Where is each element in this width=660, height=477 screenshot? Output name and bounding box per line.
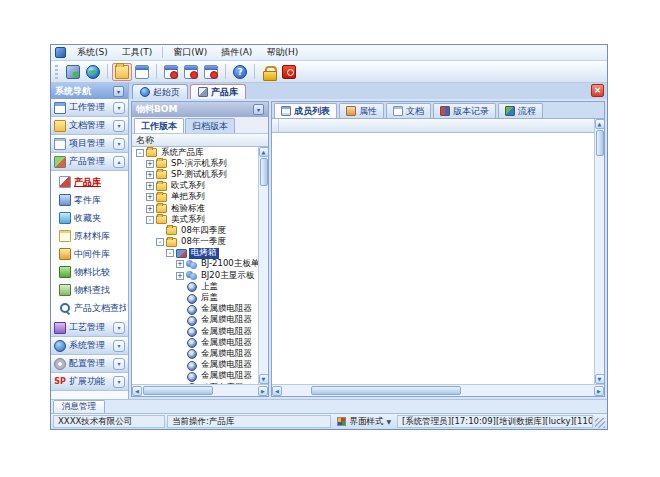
tree-item[interactable]: 金属膜电阻器	[132, 326, 258, 337]
menu-help[interactable]: 帮助(H)	[259, 45, 305, 60]
tree-vertical-scrollbar[interactable]: ▲ ▼	[258, 147, 268, 384]
ui-style-dropdown[interactable]: 界面样式 ▼	[333, 415, 395, 428]
chevron-down-icon[interactable]: ▾	[113, 138, 125, 150]
tree-item[interactable]: +SP-演示机系列	[132, 158, 258, 169]
help-button[interactable]: ?	[230, 63, 250, 81]
sidebar-item-material-search[interactable]: 物料查找	[51, 281, 128, 299]
sidebar-group-configuration[interactable]: 配置管理▾	[51, 355, 128, 373]
tree-horizontal-scrollbar[interactable]: ◀ ▶	[132, 384, 268, 396]
tree-item[interactable]: -美式系列	[132, 214, 258, 225]
tree-item[interactable]: -08年一季度	[132, 237, 258, 248]
chevron-up-icon[interactable]: ▴	[113, 156, 125, 168]
lock-button[interactable]	[259, 63, 279, 81]
expand-icon[interactable]: +	[176, 272, 184, 280]
tree-hscroll-thumb[interactable]	[143, 386, 213, 395]
exit-button[interactable]	[279, 63, 299, 81]
sidebar-group-products[interactable]: 产品管理▴	[51, 153, 128, 171]
window-button[interactable]	[132, 63, 152, 81]
doc-delete-button[interactable]	[201, 63, 221, 81]
doc-save-button[interactable]	[181, 63, 201, 81]
sidebar-item-product-doc-search[interactable]: 产品文档查找	[51, 299, 128, 317]
tree-item[interactable]: 金属膜电阻器	[132, 360, 258, 371]
chevron-down-icon[interactable]: ▾	[113, 322, 125, 334]
collapse-icon[interactable]: -	[166, 249, 174, 257]
tree-item[interactable]: 金属膜电阻器	[132, 371, 258, 382]
tab-member-list[interactable]: 成员列表	[274, 103, 337, 118]
sidebar-item-raw-material-library[interactable]: 原材料库	[51, 227, 128, 245]
tree-item[interactable]: 金属膜电阻器	[132, 315, 258, 326]
tab-workflow[interactable]: 流程	[498, 103, 543, 118]
scroll-down-icon[interactable]: ▼	[259, 374, 269, 384]
chevron-down-icon[interactable]: ▾	[113, 340, 125, 352]
sidebar-options-button[interactable]: ▾	[113, 86, 124, 97]
tree-column-header[interactable]: 名称	[132, 134, 268, 147]
message-manager-tab[interactable]: 消息管理	[53, 400, 105, 413]
scroll-left-icon[interactable]: ◀	[272, 386, 282, 396]
menu-window[interactable]: 窗口(W)	[166, 45, 214, 60]
tree-item[interactable]: +单把系列	[132, 192, 258, 203]
scroll-left-icon[interactable]: ◀	[132, 386, 142, 396]
tree-vscroll-thumb[interactable]	[260, 158, 268, 186]
collapse-icon[interactable]: -	[146, 216, 154, 224]
table-vscroll-thumb[interactable]	[596, 130, 604, 156]
chevron-down-icon[interactable]: ▾	[113, 120, 125, 132]
folder-button[interactable]	[112, 63, 132, 81]
workspace-button[interactable]	[63, 63, 83, 81]
expand-icon[interactable]: +	[146, 160, 154, 168]
expand-icon[interactable]: +	[146, 182, 154, 190]
tab-properties[interactable]: 属性	[339, 103, 384, 118]
sidebar-group-system[interactable]: 系统管理▾	[51, 337, 128, 355]
expand-icon[interactable]: +	[146, 205, 154, 213]
sidebar-group-work[interactable]: 工作管理▾	[51, 99, 128, 117]
sidebar-item-material-compare[interactable]: 物料比较	[51, 263, 128, 281]
tree-item[interactable]: 金属膜电阻器	[132, 304, 258, 315]
tab-documents[interactable]: 文档	[386, 103, 431, 118]
globe-button[interactable]	[83, 63, 103, 81]
tab-start-page[interactable]: 起始页	[132, 84, 188, 99]
scroll-up-icon[interactable]: ▲	[595, 119, 605, 129]
tree-item[interactable]: 08年四季度	[132, 225, 258, 236]
sidebar-group-extensions[interactable]: SP扩展功能▾	[51, 373, 128, 391]
tree-item[interactable]: +SP-测试机系列	[132, 169, 258, 180]
sidebar-group-process[interactable]: 工艺管理▾	[51, 319, 128, 337]
table-horizontal-scrollbar[interactable]: ◀ ▶	[272, 384, 604, 396]
expand-icon[interactable]: +	[146, 171, 154, 179]
tree-item[interactable]: +欧式系列	[132, 181, 258, 192]
scroll-down-icon[interactable]: ▼	[595, 374, 605, 384]
table-hscroll-thumb[interactable]	[311, 386, 461, 395]
tree-item[interactable]: 后盖	[132, 292, 258, 303]
tab-product-library[interactable]: 产品库	[190, 84, 246, 99]
tree-item[interactable]: 上盖	[132, 281, 258, 292]
resize-grip[interactable]	[595, 418, 605, 428]
chevron-down-icon[interactable]: ▾	[113, 102, 125, 114]
tree-item[interactable]: 金属膜电阻器	[132, 348, 258, 359]
tree-item[interactable]: -电烤箱	[132, 248, 258, 259]
scroll-right-icon[interactable]: ▶	[258, 386, 268, 396]
sidebar-item-intermediate-library[interactable]: 中间件库	[51, 245, 128, 263]
sidebar-item-favorites[interactable]: 收藏夹	[51, 209, 128, 227]
menu-tools[interactable]: 工具(T)	[115, 45, 160, 60]
doc-close-button[interactable]	[161, 63, 181, 81]
menu-plugins[interactable]: 插件(A)	[214, 45, 259, 60]
chevron-down-icon[interactable]: ▾	[113, 358, 125, 370]
bom-pin-button[interactable]: ▾	[253, 104, 264, 115]
close-document-button[interactable]: ×	[591, 84, 604, 97]
sidebar-group-projects[interactable]: 项目管理▾	[51, 135, 128, 153]
expand-icon[interactable]: +	[146, 193, 154, 201]
scroll-right-icon[interactable]: ▶	[594, 386, 604, 396]
sidebar-item-product-library[interactable]: 产品库	[51, 173, 128, 191]
tree-item[interactable]: -系统产品库	[132, 147, 258, 158]
scroll-up-icon[interactable]: ▲	[259, 147, 269, 157]
tab-working-version[interactable]: 工作版本	[134, 118, 184, 133]
toolbar-grip[interactable]	[55, 65, 58, 79]
tree-item[interactable]: 金属膜电阻器	[132, 337, 258, 348]
tab-archived-version[interactable]: 归档版本	[185, 118, 235, 133]
collapse-icon[interactable]: -	[156, 238, 164, 246]
table-vertical-scrollbar[interactable]: ▲ ▼	[594, 119, 604, 384]
tree-item[interactable]: +BJ20主显示板	[132, 270, 258, 281]
sidebar-group-documents[interactable]: 文档管理▾	[51, 117, 128, 135]
chevron-down-icon[interactable]: ▾	[113, 376, 125, 388]
sidebar-item-part-library[interactable]: 零件库	[51, 191, 128, 209]
tree-item[interactable]: +BJ-2100主板单点	[132, 259, 258, 270]
expand-icon[interactable]: +	[176, 260, 184, 268]
